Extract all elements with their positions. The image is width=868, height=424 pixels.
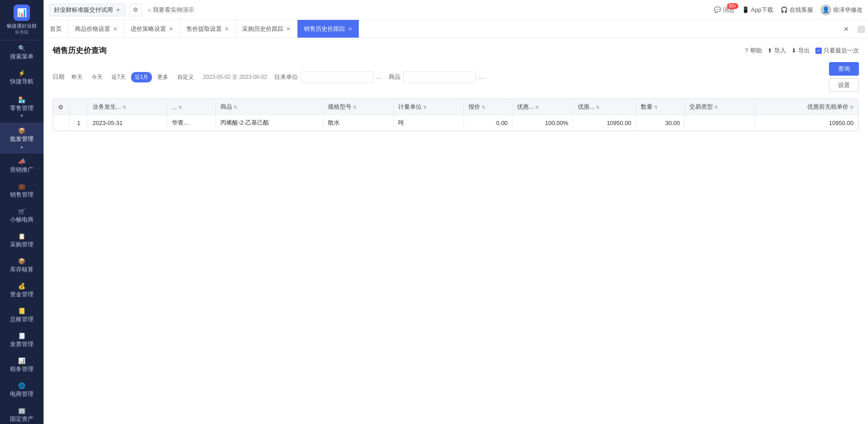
sidebar-label-fund: 资金管理 bbox=[10, 290, 34, 299]
cell-product: 丙烯酸-2-乙基己酯 bbox=[216, 115, 323, 131]
cell-gear bbox=[54, 115, 70, 131]
cell-pre-tax: 10950.00 bbox=[755, 115, 858, 131]
sidebar-item-tax[interactable]: 📊 税务管理 bbox=[0, 353, 44, 378]
tab-purchase-history[interactable]: 采购历史价跟踪 ✕ bbox=[236, 20, 297, 38]
logo-text: 畅捷通好业财 bbox=[4, 23, 40, 29]
import-button[interactable]: ⬆ 导入 bbox=[767, 47, 786, 55]
date-opt-yesterday[interactable]: 昨天 bbox=[68, 72, 86, 82]
sidebar-item-retail[interactable]: 🏪 零售管理 ▼ bbox=[0, 92, 44, 123]
sidebar-item-purchase[interactable]: 📋 采购管理 bbox=[0, 228, 44, 253]
app-logo: 📊 畅捷通好业财 标准版 bbox=[0, 0, 44, 40]
th-spec[interactable]: 规格型号 ⇅ bbox=[323, 99, 393, 115]
sidebar-item-ecommerce[interactable]: 🛒 小畅电商 bbox=[0, 203, 44, 228]
date-opt-last1m[interactable]: 近1月 bbox=[131, 72, 152, 82]
app-download-button[interactable]: 📱 App下载 bbox=[742, 6, 773, 14]
retail-icon: 🏪 bbox=[18, 96, 25, 103]
show-last-checkbox[interactable]: ✓ 只看最后一次 bbox=[815, 47, 859, 55]
message-icon: 💬 bbox=[714, 6, 721, 13]
sidebar-item-marketing[interactable]: 📣 营销推广 bbox=[0, 154, 44, 178]
sidebar-item-ledger[interactable]: 📒 总账管理 bbox=[0, 303, 44, 328]
tab-close-icon[interactable]: ✕ bbox=[224, 26, 229, 32]
sidebar-item-fund[interactable]: 💰 资金管理 bbox=[0, 278, 44, 303]
tab-price-strategy-label: 进价策略设置 bbox=[131, 25, 166, 33]
online-service-button[interactable]: 🎧 在线客服 bbox=[780, 6, 813, 14]
sidebar-item-invoice[interactable]: 🧾 发票管理 bbox=[0, 328, 44, 353]
sidebar-label-purchase: 采购管理 bbox=[10, 241, 34, 249]
th-biz-date-label: 业务发生... bbox=[93, 103, 121, 111]
th-product-label: 商品 bbox=[220, 103, 232, 111]
user-menu[interactable]: 👤 徐泽华修改 bbox=[820, 5, 863, 15]
tab-close-icon[interactable]: ✕ bbox=[113, 26, 117, 32]
message-badge: 99+ bbox=[727, 3, 738, 9]
th-unit[interactable]: 计量单位 ⇅ bbox=[393, 99, 463, 115]
th-price[interactable]: 报价 ⇅ bbox=[464, 99, 512, 115]
logo-sub: 标准版 bbox=[4, 29, 40, 35]
top-header: 好业财标准版交付试用 ▼ ⚙ ○ 我要看实例演示 💬 消息 99+ 📱 App下… bbox=[44, 0, 868, 20]
th-discount1[interactable]: 优惠... ⇅ bbox=[512, 99, 573, 115]
tab-close-icon[interactable]: ✕ bbox=[286, 26, 291, 32]
chevron-down-icon: ▼ bbox=[20, 113, 24, 118]
th-trans-type[interactable]: 交易类型 ⇅ bbox=[685, 99, 755, 115]
th-unit-label: 计量单位 bbox=[398, 103, 422, 111]
sidebar-item-inventory[interactable]: 📦 库存核算 bbox=[0, 253, 44, 278]
th-pre-tax[interactable]: 优惠前无税单价 ⇅ bbox=[755, 99, 858, 115]
main-content: 好业财标准版交付试用 ▼ ⚙ ○ 我要看实例演示 💬 消息 99+ 📱 App下… bbox=[44, 0, 868, 424]
sidebar-item-search-menu[interactable]: 🔍 搜索菜单 bbox=[0, 40, 44, 65]
page-title: 销售历史价查询 bbox=[53, 45, 107, 56]
settings-action-button[interactable]: 设置 bbox=[829, 78, 859, 92]
th-discount2[interactable]: 优惠... ⇅ bbox=[573, 99, 636, 115]
source-unit-more[interactable]: … bbox=[376, 74, 381, 80]
sort-icon: ⇅ bbox=[850, 105, 853, 110]
export-button[interactable]: ⬇ 导出 bbox=[791, 47, 810, 55]
source-unit-input[interactable] bbox=[301, 72, 373, 83]
th-discount2-label: 优惠... bbox=[578, 103, 595, 111]
th-biz-date[interactable]: 业务发生... ⇅ bbox=[88, 99, 167, 115]
sort-icon: ⇅ bbox=[353, 105, 356, 110]
cell-more1: 华查... bbox=[167, 115, 216, 131]
product-filter-label: 商品 bbox=[389, 73, 400, 81]
tab-sale-extract[interactable]: 售价提取设置 ✕ bbox=[180, 20, 236, 38]
th-qty[interactable]: 数量 ⇅ bbox=[636, 99, 685, 115]
sidebar-label-quick: 快捷导航 bbox=[10, 77, 34, 86]
tab-product-price[interactable]: 商品价格设置 ✕ bbox=[68, 20, 124, 38]
tab-sales-history[interactable]: 销售历史价跟踪 ✕ bbox=[297, 20, 359, 38]
user-avatar-icon: 👤 bbox=[822, 6, 829, 13]
product-input[interactable] bbox=[403, 72, 476, 83]
tab-close-icon[interactable]: ✕ bbox=[169, 26, 173, 32]
maximize-window-button[interactable]: ⬜ bbox=[853, 20, 868, 38]
th-trans-type-label: 交易类型 bbox=[689, 103, 713, 111]
sidebar-label-ledger: 总账管理 bbox=[10, 315, 34, 323]
app-selector[interactable]: 好业财标准版交付试用 ▼ bbox=[49, 4, 126, 16]
help-button[interactable]: ? 帮助 bbox=[745, 47, 762, 55]
sidebar-item-ec[interactable]: 🌐 电商管理 bbox=[0, 378, 44, 403]
th-more1[interactable]: ... ⇅ bbox=[167, 99, 216, 115]
tab-close-icon[interactable]: ✕ bbox=[348, 26, 352, 32]
app-settings-button[interactable]: ⚙ bbox=[129, 4, 142, 16]
sidebar-item-wholesale[interactable]: 📦 批发管理 ▲ bbox=[0, 123, 44, 154]
tab-home[interactable]: 首页 bbox=[44, 20, 68, 38]
date-filter-group: 日期 昨天 今天 近7天 近1月 更多 自定义 2023-05-02 至 202… bbox=[53, 72, 267, 82]
date-opt-today[interactable]: 今天 bbox=[88, 72, 106, 82]
product-more[interactable]: … bbox=[478, 74, 484, 80]
page-title-bar: 销售历史价查询 ? 帮助 ⬆ 导入 ⬇ 导出 ✓ 只看最后一次 bbox=[53, 45, 859, 56]
close-window-button[interactable]: ✕ bbox=[839, 20, 853, 38]
sidebar-item-fixed-assets[interactable]: 🏢 固定资产 bbox=[0, 403, 44, 424]
date-opt-last7[interactable]: 近7天 bbox=[108, 72, 129, 82]
tab-price-strategy[interactable]: 进价策略设置 ✕ bbox=[124, 20, 180, 38]
th-product[interactable]: 商品 ⇅ bbox=[216, 99, 323, 115]
page-actions: ? 帮助 ⬆ 导入 ⬇ 导出 ✓ 只看最后一次 bbox=[745, 47, 859, 55]
gear-icon[interactable]: ⚙ bbox=[58, 104, 63, 111]
date-opt-custom[interactable]: 自定义 bbox=[174, 72, 197, 82]
show-last-label: 只看最后一次 bbox=[824, 47, 859, 55]
export-icon: ⬇ bbox=[791, 47, 796, 54]
sidebar-label-fixed-assets: 固定资产 bbox=[10, 415, 34, 423]
tab-sales-history-label: 销售历史价跟踪 bbox=[304, 25, 345, 33]
message-button[interactable]: 💬 消息 99+ bbox=[714, 6, 735, 14]
query-button[interactable]: 查询 bbox=[829, 62, 859, 76]
sidebar-label-retail: 零售管理 bbox=[10, 104, 34, 112]
demo-button[interactable]: ○ 我要看实例演示 bbox=[147, 6, 194, 14]
date-opt-more[interactable]: 更多 bbox=[154, 72, 172, 82]
sidebar-item-quick-nav[interactable]: ⚡ 快捷导航 bbox=[0, 65, 44, 90]
sidebar-item-sales[interactable]: 💼 销售管理 bbox=[0, 178, 44, 203]
sidebar-label-tax: 税务管理 bbox=[10, 365, 34, 373]
